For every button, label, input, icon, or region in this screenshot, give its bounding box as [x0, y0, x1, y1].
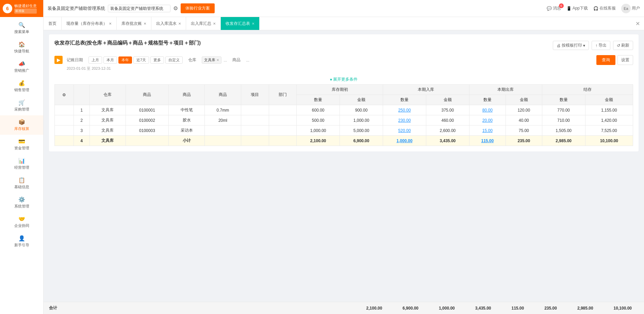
- tab-in-out-flow[interactable]: 出入库流水 ✕: [151, 17, 186, 30]
- query-btn[interactable]: 查询: [596, 55, 615, 65]
- tab-in-out-summary-close[interactable]: ✕: [213, 22, 216, 26]
- table-row: 3文具库0100003采访本1,000.005,000.00520.002,60…: [55, 126, 633, 136]
- tab-inventory-dist-close[interactable]: ✕: [109, 22, 112, 26]
- tab-inventory-dist-label: 现存量（库存分布表）: [66, 21, 107, 27]
- link-td-in-qty[interactable]: 520.00: [398, 128, 411, 133]
- app-label: App下载: [573, 5, 588, 11]
- sidebar-item-sales[interactable]: 💰 销售管理: [0, 77, 43, 96]
- link-td-in-qty[interactable]: 1,000.00: [397, 138, 413, 143]
- filter-settings-btn[interactable]: 设置: [617, 55, 633, 65]
- sidebar-item-purchase[interactable]: 🛒 采购管理: [0, 96, 43, 115]
- tab-batch-ledger-close[interactable]: ✕: [144, 22, 146, 26]
- page-content: 收发存汇总表(按仓库＋商品编码＋商品＋规格型号＋项目＋部门) 🖨 按模板打印 ▾…: [44, 30, 644, 302]
- td-spec: [204, 126, 241, 136]
- app-download-btn[interactable]: 📱 App下载: [566, 5, 588, 11]
- logo-text: 畅捷通好生意 标准版: [14, 3, 37, 13]
- tab-recv-send-summary[interactable]: 收发存汇总表 ✕: [221, 17, 260, 30]
- td-out-qty[interactable]: 15.00: [469, 126, 506, 136]
- table-row: 1文具库0100001中性笔0.7mm600.00900.00250.00375…: [55, 105, 633, 115]
- print-icon: 🖨: [557, 43, 561, 48]
- message-icon: 💬: [547, 6, 552, 11]
- sidebar-item-quick-nav[interactable]: 🏠 快捷导航: [0, 38, 43, 57]
- link-td-in-qty[interactable]: 230.00: [398, 118, 411, 123]
- table-row: 2文具库0100002胶水20ml500.001,000.00230.00460…: [55, 115, 633, 126]
- refresh-label: 刷新: [621, 43, 629, 48]
- goods-more-btn[interactable]: ...: [246, 58, 249, 63]
- sidebar-item-enterprise[interactable]: 🤝 企业协同: [0, 212, 43, 232]
- td-in-qty[interactable]: 230.00: [383, 115, 426, 126]
- td-out-qty[interactable]: 20.00: [469, 115, 506, 126]
- tab-in-out-summary[interactable]: 出入库汇总 ✕: [186, 17, 221, 30]
- sidebar-item-inventory[interactable]: 📦 库存核算: [0, 115, 43, 135]
- expand-more-btn[interactable]: ▾ 展开更多条件: [54, 75, 633, 84]
- goods-filter-label: 商品: [232, 57, 241, 63]
- date-btn-last-month[interactable]: 上月: [88, 56, 102, 64]
- td-in-qty[interactable]: 520.00: [383, 126, 426, 136]
- system-select[interactable]: 装备及固定资产辅助管理系统: [108, 5, 170, 12]
- td-warehouse: 文具库: [89, 126, 126, 136]
- tab-home[interactable]: 首页: [44, 17, 62, 30]
- finance-icon: 💳: [18, 138, 25, 145]
- refresh-icon: ↺: [617, 43, 620, 48]
- date-btn-custom[interactable]: 自定义: [165, 56, 183, 64]
- link-td-out-qty[interactable]: 115.00: [481, 138, 494, 143]
- print-btn[interactable]: 🖨 按模板打印 ▾: [553, 41, 589, 50]
- online-service-btn[interactable]: 🎧 在线客服: [593, 5, 616, 11]
- td-in-qty[interactable]: 250.00: [383, 105, 426, 115]
- td-dept: [269, 115, 297, 126]
- td-in-qty[interactable]: 1,000.00: [383, 136, 426, 146]
- sidebar-item-operation[interactable]: 📊 经营管理: [0, 154, 43, 173]
- sidebar-label-marketing: 营销推广: [14, 68, 29, 73]
- message-btn[interactable]: 💬 消息 6: [547, 5, 561, 11]
- tab-batch-ledger-label: 库存批次账: [121, 21, 142, 27]
- sidebar-item-marketing[interactable]: 📣 营销推广: [0, 57, 43, 77]
- filter-toggle-btn[interactable]: ▶: [54, 56, 63, 64]
- th-name: 商品: [169, 85, 205, 105]
- settings-icon[interactable]: ⚙: [173, 5, 178, 12]
- experience-btn[interactable]: 体验行业方案: [181, 3, 215, 13]
- tab-recv-send-summary-close[interactable]: ✕: [252, 22, 254, 26]
- warehouse-more-btn[interactable]: ...: [224, 58, 227, 63]
- warehouse-tag-remove[interactable]: ✕: [216, 58, 219, 62]
- topbar: 装备及固定资产辅助管理系统 装备及固定资产辅助管理系统 ⚙ 体验行业方案 💬 消…: [44, 0, 644, 17]
- refresh-btn[interactable]: ↺ 刷新: [613, 41, 633, 50]
- td-in-amt: 375.00: [426, 105, 469, 115]
- tab-inventory-dist[interactable]: 现存量（库存分布表） ✕: [62, 17, 117, 30]
- link-td-out-qty[interactable]: 15.00: [482, 128, 493, 133]
- tabbar-close-all[interactable]: ✕: [631, 20, 644, 27]
- tab-batch-ledger[interactable]: 库存批次账 ✕: [117, 17, 151, 30]
- td-out-qty[interactable]: 115.00: [469, 136, 506, 146]
- td-code: 0100002: [126, 115, 169, 126]
- date-btn-this-month[interactable]: 本月: [103, 56, 117, 64]
- link-td-out-qty[interactable]: 80.00: [482, 108, 493, 113]
- sidebar-item-basic[interactable]: 📋 基础信息: [0, 173, 43, 193]
- sidebar-item-finance[interactable]: 💳 资金管理: [0, 135, 43, 154]
- sidebar-label-operation: 经营管理: [14, 165, 29, 170]
- td-project: [241, 126, 269, 136]
- sidebar-item-system[interactable]: ⚙️ 系统管理: [0, 193, 43, 212]
- td-out-amt: 40.00: [506, 115, 542, 126]
- tab-in-out-flow-label: 出入库流水: [156, 21, 177, 27]
- column-settings-icon[interactable]: ⚙: [62, 93, 66, 97]
- date-range-display: 2023-01-01 至 2023-12-31: [67, 66, 633, 71]
- date-btn-more[interactable]: 更多: [150, 56, 164, 64]
- user-btn[interactable]: Ea 用户: [621, 4, 640, 13]
- td-out-qty[interactable]: 80.00: [469, 105, 506, 115]
- export-btn[interactable]: ↑ 导出: [592, 41, 610, 50]
- td-begin-qty: 600.00: [297, 105, 340, 115]
- date-btn-this-year[interactable]: 本年: [118, 56, 132, 64]
- th-settings[interactable]: ⚙: [55, 85, 74, 105]
- warehouse-tag: 文具库 ✕: [202, 56, 221, 64]
- tab-in-out-flow-close[interactable]: ✕: [178, 22, 181, 26]
- th-begin-amt: 金额: [340, 95, 383, 105]
- sidebar-item-search[interactable]: 🔍 搜索菜单: [0, 18, 43, 38]
- sidebar-label-inventory: 库存核算: [14, 126, 29, 131]
- sidebar-item-newuser[interactable]: 👤 新手引导: [0, 232, 43, 251]
- bottom-total-bar: 合计 2,100.00 6,900.00 1,000.00 3,435.00 1…: [44, 302, 644, 314]
- link-td-out-qty[interactable]: 20.00: [482, 118, 493, 123]
- filter-body: 记账日期 上月 本月 本年 近7天 更多 自定义 仓库 文具库: [67, 55, 633, 71]
- td-checkbox: [55, 136, 74, 146]
- td-begin-amt: 1,000.00: [340, 115, 383, 126]
- link-td-in-qty[interactable]: 250.00: [398, 108, 411, 113]
- date-btn-7days[interactable]: 近7天: [133, 56, 149, 64]
